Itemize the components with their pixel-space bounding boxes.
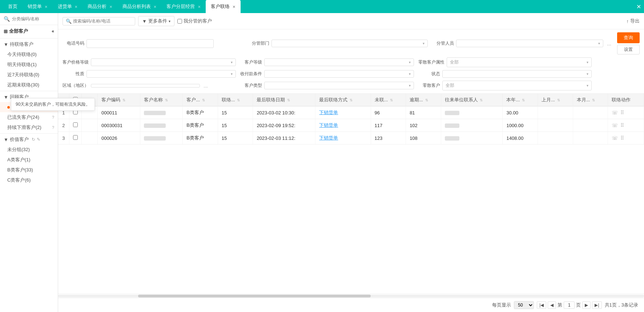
sidebar-item-declining[interactable]: 持续下滑客户(2) ?	[0, 122, 58, 133]
price-level-select[interactable]: ▾	[91, 58, 236, 66]
dept-select[interactable]: ▾	[271, 40, 428, 47]
last-page-button[interactable]: ▶|	[592, 301, 601, 309]
sidebar-item-tomorrow[interactable]: 明天待联络(1)	[0, 60, 58, 70]
tab-close-product-analysis[interactable]: ×	[109, 4, 112, 9]
area-select[interactable]	[91, 84, 200, 88]
phone-action-icon[interactable]: ☏	[612, 122, 618, 128]
all-customers-title[interactable]: ⊞ 全部客户 «	[0, 25, 58, 37]
sidebar-item-churned[interactable]: 已流失客户(24) ?	[0, 112, 58, 122]
zero-customer-label: 零散客户	[418, 82, 440, 89]
sidebar-search-area: 🔍	[0, 13, 58, 25]
tab-purchase-order[interactable]: 进货单 ×	[53, 0, 83, 13]
th-name: 客户名称 ⇅	[140, 94, 183, 106]
tab-close-sales-order[interactable]: ×	[45, 4, 48, 9]
payment-chevron: ▾	[409, 72, 411, 76]
refresh-icon[interactable]: ↻	[32, 137, 35, 142]
prev-page-button[interactable]: ◀	[548, 301, 556, 309]
next-page-button[interactable]: ▶	[582, 301, 591, 309]
area-dots-btn[interactable]: ...	[202, 83, 209, 89]
scroll-bar-area[interactable]	[58, 293, 644, 298]
edit-icon[interactable]: ✎	[37, 137, 40, 142]
page-number-input[interactable]	[564, 301, 575, 309]
payment-select[interactable]: ▾	[264, 70, 414, 78]
tab-customer-tier[interactable]: 客户分层经营 ×	[161, 0, 206, 13]
filter-customer-level: 客户等级 ▾	[240, 58, 414, 66]
cell-contact: 15	[218, 106, 253, 119]
sidebar-item-class-b[interactable]: B类客户(33)	[0, 165, 58, 175]
cell-last-method[interactable]: 下销货单	[315, 132, 371, 145]
my-customers-checkbox[interactable]	[177, 19, 182, 24]
filter-zero-customer: 零散客户 全部 ▾	[418, 81, 592, 90]
scroll-bar-thumb[interactable]	[138, 295, 371, 297]
th-overdue: 逾期... ⇅	[406, 94, 441, 106]
sidebar-item-ungrouped[interactable]: 未分组(32)	[0, 145, 58, 155]
cell-action: ☏ ⠿	[608, 106, 644, 119]
zero-customer-select[interactable]: 全部 ▾	[442, 81, 592, 90]
tab-close-customer-contact[interactable]: ×	[233, 4, 236, 9]
area-label: 区域（地区）	[63, 82, 89, 89]
tab-customer-contact[interactable]: 客户联络 ×	[206, 0, 241, 13]
sidebar-search-input[interactable]	[12, 16, 58, 21]
more-conditions-button[interactable]: ▼ 更多条件 ▾	[138, 16, 174, 26]
sidebar-group-pending-contact[interactable]: ▼ 待联络客户	[0, 39, 58, 49]
person-dots-btn[interactable]: ...	[605, 41, 613, 46]
scroll-bar-track	[58, 295, 644, 297]
triangle-icon: ▼	[4, 42, 8, 47]
person-label: 分管人员	[432, 40, 454, 46]
tab-product-analysis[interactable]: 商品分析 ×	[82, 0, 117, 13]
th-contact: 联络... ⇅	[218, 94, 253, 106]
cell-check[interactable]	[69, 119, 81, 132]
zero-attr-select[interactable]: 全部 ▾	[447, 57, 592, 67]
filter-area: 电话号码 分管部门 ▾ 分管人员 ▾	[58, 29, 644, 94]
customer-level-select[interactable]: ▾	[264, 58, 414, 66]
tab-product-analysis-list[interactable]: 商品分析列表 ×	[117, 0, 162, 13]
sidebar-item-7days[interactable]: 近7天待联络(0)	[0, 70, 58, 80]
triangle-icon-value: ▼	[4, 137, 8, 142]
query-button[interactable]: 查询	[617, 32, 640, 43]
export-button[interactable]: ↑ 导出	[627, 18, 640, 24]
cell-overdue: 108	[406, 132, 441, 145]
search-input[interactable]	[73, 19, 128, 24]
filter-phone: 电话号码	[63, 39, 243, 48]
my-customers-checkbox-label[interactable]: 我分管的客户	[177, 18, 212, 24]
table-row: 2 00030031 B类客户 15 2023-02-09 19:52: 下销货…	[58, 119, 644, 132]
cell-check[interactable]	[69, 132, 81, 145]
tab-close-purchase-order[interactable]: ×	[75, 4, 78, 9]
cell-last-method[interactable]: 下销货单	[315, 119, 371, 132]
more-action-icon[interactable]: ⠿	[620, 135, 624, 141]
phone-action-icon[interactable]: ☏	[612, 135, 618, 141]
sort-icon-this-month: ⇅	[592, 98, 595, 102]
tab-close-product-analysis-list[interactable]: ×	[154, 4, 157, 9]
person-select[interactable]: ▾	[456, 40, 603, 47]
first-page-button[interactable]: |◀	[537, 301, 546, 309]
window-close-button[interactable]: ✕	[636, 3, 641, 10]
sidebar-item-overdue[interactable]: 迟期未联络(30)	[0, 80, 58, 90]
more-action-icon[interactable]: ⠿	[620, 110, 624, 116]
more-action-icon[interactable]: ⠿	[620, 122, 624, 128]
cell-num: 2	[58, 119, 69, 132]
status-chevron: ▾	[587, 72, 588, 76]
phone-action-icon[interactable]: ☏	[612, 110, 618, 116]
filter-status: 状态 ▾	[418, 70, 592, 78]
phone-input[interactable]	[86, 39, 214, 48]
tab-close-customer-tier[interactable]: ×	[198, 4, 201, 9]
page-size-select[interactable]: 50 100 200	[514, 301, 534, 309]
row-checkbox-1[interactable]	[73, 122, 78, 127]
customer-type-select[interactable]: ▾	[264, 82, 414, 89]
sidebar-item-today[interactable]: 今天待联络(0)	[0, 49, 58, 60]
nature-select[interactable]: ▾	[86, 70, 236, 78]
dept-label: 分管部门	[247, 40, 269, 46]
sidebar-item-class-a[interactable]: A类客户(1)	[0, 155, 58, 165]
tab-home[interactable]: 首页	[3, 0, 23, 13]
triangle-icon-review: ▼	[4, 94, 8, 100]
sidebar-item-class-c[interactable]: C类客户(6)	[0, 175, 58, 185]
sidebar-group-value[interactable]: ▼ 价值客户 ↻ ✎	[0, 134, 58, 145]
filter-row-2: 客户价格等级 ▾ 客户等级 ▾ 零散客户属性	[63, 57, 640, 67]
tab-sales-order[interactable]: 销货单 ×	[23, 0, 53, 13]
cell-last-date: 2023-02-09 19:52:	[253, 119, 315, 132]
setting-button[interactable]: 设置	[617, 45, 640, 54]
status-select[interactable]: ▾	[442, 70, 592, 78]
row-checkbox-2[interactable]	[73, 135, 78, 140]
cell-last-method[interactable]: 下销货单	[315, 106, 371, 119]
main-layout: 🔍 ⊞ 全部客户 « ▼ 待联络客户 今天待联络(0) 明天待联络(1) 近7天…	[0, 13, 644, 312]
